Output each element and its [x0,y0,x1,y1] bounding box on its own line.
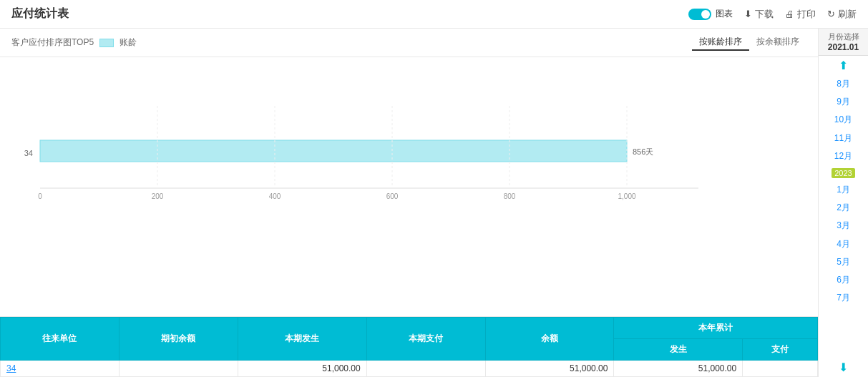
refresh-icon: ↻ [827,9,835,19]
data-table: 往来单位 期初余额 本期发生 本期支付 余额 本年累计 发生 支付 [0,317,818,377]
download-icon: ⬇ [744,9,752,19]
scroll-down-arrow[interactable]: ⬇ [819,358,868,377]
legend-box [99,39,114,47]
month-item-10[interactable]: 10月 [819,111,868,129]
refresh-label: 刷新 [838,8,857,21]
chart-canvas: 34 856天 0 200 400 600 800 1,000 [0,57,818,316]
td-ytd-occurred: 51,000.00 [614,361,743,377]
month-item-6[interactable]: 6月 [819,271,868,289]
data-table-section: 往来单位 期初余额 本期发生 本期支付 余额 本年累计 发生 支付 [0,316,818,377]
legend-text: 客户应付排序图TOP5 [11,36,94,49]
th-ytd-occurred: 发生 [614,339,743,361]
month-item-3[interactable]: 3月 [819,217,868,235]
year-badge: 2023 [832,168,854,178]
page-title: 应付统计表 [11,6,69,21]
download-label: 下载 [755,8,774,21]
th-opening: 期初余额 [119,318,238,361]
month-item-5[interactable]: 5月 [819,253,868,271]
th-ytd-group: 本年累计 [614,318,818,339]
bar-end-label: 856天 [633,147,653,156]
scroll-up-arrow[interactable]: ⬆ [819,56,868,75]
chart-toggle-group[interactable]: 图表 [688,8,733,20]
chart-legend: 客户应付排序图TOP5 账龄 [11,36,137,49]
download-button[interactable]: ⬇ 下载 [744,8,774,21]
th-balance: 余额 [485,318,614,361]
th-ytd-paid: 支付 [743,339,818,361]
refresh-button[interactable]: ↻ 刷新 [827,8,857,21]
td-paid [366,361,485,377]
bar-y-label: 34 [24,149,33,157]
table-row: 34 51,000.00 51,000.00 51,000.00 [1,361,818,377]
svg-text:800: 800 [504,192,516,200]
month-item-11[interactable]: 11月 [819,129,868,147]
svg-text:400: 400 [269,192,281,200]
svg-text:0: 0 [38,192,42,200]
month-item-2[interactable]: 2月 [819,199,868,217]
month-item-8[interactable]: 8月 [819,75,868,93]
td-balance: 51,000.00 [485,361,614,377]
month-item-7[interactable]: 7月 [819,289,868,307]
td-opening [119,361,238,377]
bar-chart-svg: 34 856天 0 200 400 600 800 1,000 [11,63,806,227]
legend-item-label: 账龄 [120,36,137,49]
month-item-4[interactable]: 4月 [819,235,868,253]
td-occurred: 51,000.00 [238,361,366,377]
header-actions: 图表 ⬇ 下载 🖨 打印 ↻ 刷新 [688,8,857,21]
sidebar-label: 月份选择 [821,31,865,42]
sidebar-year: 2021.01 [821,42,865,52]
sidebar-header: 月份选择 2021.01 [819,29,868,56]
svg-text:600: 600 [386,192,399,200]
sort-tab-age[interactable]: 按账龄排序 [692,34,749,51]
sort-tabs: 按账龄排序 按余额排序 [692,34,806,51]
td-unit[interactable]: 34 [1,361,120,377]
svg-text:200: 200 [152,192,164,200]
sidebar-months: 8月 9月 10月 11月 12月 2023 1月 2月 3月 4月 5月 6月… [819,75,868,358]
month-item-12[interactable]: 12月 [819,147,868,165]
sidebar-scroll: ⬆ 8月 9月 10月 11月 12月 2023 1月 2月 3月 4月 5月 … [819,56,868,377]
month-item-1[interactable]: 1月 [819,181,868,199]
th-paid: 本期支付 [366,318,485,361]
chart-toggle-label: 图表 [716,8,733,20]
print-button[interactable]: 🖨 打印 [785,8,816,21]
th-unit: 往来单位 [1,318,120,361]
print-label: 打印 [797,8,816,21]
chart-toggle-switch[interactable] [688,9,711,20]
month-item-9[interactable]: 9月 [819,93,868,111]
right-sidebar: 月份选择 2021.01 ⬆ 8月 9月 10月 11月 12月 2023 1月… [818,29,868,377]
print-icon: 🖨 [785,9,794,19]
th-occurred: 本期发生 [238,318,366,361]
sort-tab-balance[interactable]: 按余额排序 [749,34,806,51]
td-ytd-paid [743,361,818,377]
svg-text:1,000: 1,000 [618,192,635,200]
bar-rect [40,140,627,162]
